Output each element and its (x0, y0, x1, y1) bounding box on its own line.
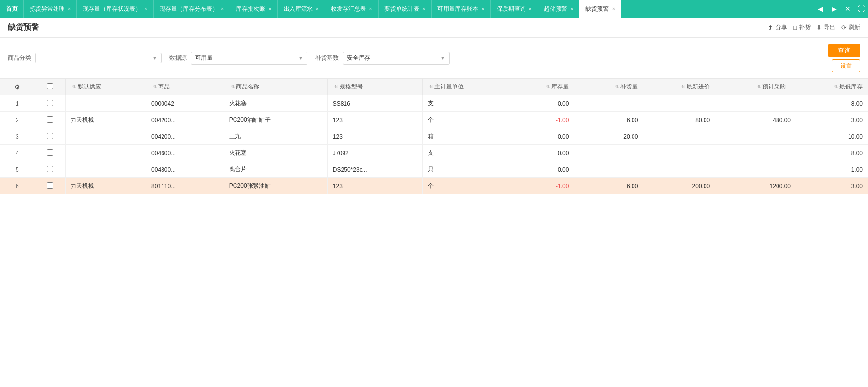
sort-minstock-icon: ⇅ (834, 84, 838, 89)
tab-picking[interactable]: 拣货异常处理 × (24, 0, 77, 18)
table-container: ⚙ ⇅ 默认供应... ⇅ 商品... ⇅ 商品名称 (0, 79, 868, 194)
row-checkbox-cell[interactable] (35, 128, 66, 145)
datasource-select[interactable]: 可用量 ▼ (191, 52, 307, 65)
row-checkbox[interactable] (47, 149, 53, 156)
table-row[interactable]: 4 004600... 火花塞 J7092 支 0.00 8.00 (0, 145, 868, 161)
tab-flow[interactable]: 出入库流水 × (278, 0, 325, 18)
tab-order-close[interactable]: × (422, 6, 425, 12)
replenish-base-select[interactable]: 安全库存 ▼ (343, 52, 450, 65)
tab-stock2-close[interactable]: × (221, 6, 224, 12)
export-label: 导出 (824, 23, 835, 32)
data-table: ⚙ ⇅ 默认供应... ⇅ 商品... ⇅ 商品名称 (0, 79, 868, 194)
row-checkbox[interactable] (47, 133, 53, 139)
tab-home[interactable]: 首页 (0, 0, 24, 18)
row-stock: 0.00 (505, 161, 574, 178)
table-row[interactable]: 2 力天机械 004200... PC200油缸缸子 123 个 -1.00 6… (0, 112, 868, 128)
tab-picking-close[interactable]: × (68, 6, 71, 12)
category-filter-group: 商品分类 ▼ (8, 53, 162, 63)
row-code: 004800... (146, 161, 224, 178)
row-name: 火花塞 (224, 145, 327, 161)
row-checkbox[interactable] (47, 166, 53, 172)
header-actions: ⮭ 分享 □ 补货 ⇓ 导出 ⟳ 刷新 (767, 23, 860, 32)
tab-fullscreen-button[interactable]: ⛶ (854, 0, 868, 18)
tab-overstock-close[interactable]: × (570, 6, 573, 12)
tab-available[interactable]: 可用量库存账本 × (432, 0, 490, 18)
tab-shortage-label: 缺货预警 (585, 5, 609, 13)
row-num: 6 (0, 178, 35, 194)
spec-col-label: 规格型号 (340, 83, 363, 90)
tab-stock1-close[interactable]: × (144, 6, 147, 12)
tab-shortage-close[interactable]: × (612, 6, 615, 12)
sort-spec-icon: ⇅ (334, 84, 338, 89)
replenish-button[interactable]: □ 补货 (793, 23, 811, 32)
tab-expiry-close[interactable]: × (529, 6, 532, 12)
tab-overstock-label: 超储预警 (544, 5, 567, 13)
minstock-col-label: 最低库存 (839, 83, 863, 90)
row-checkbox-cell[interactable] (35, 178, 66, 194)
tab-summary[interactable]: 收发存汇总表 × (325, 0, 378, 18)
row-num: 3 (0, 128, 35, 145)
row-replenish (574, 95, 643, 112)
tab-prev-button[interactable]: ◀ (814, 0, 827, 18)
table-row[interactable]: 1 0000042 火花塞 SS816 支 0.00 8.00 (0, 95, 868, 112)
row-unit: 个 (423, 178, 505, 194)
tab-order-label: 要货单统计表 (384, 5, 419, 13)
tab-close-all-button[interactable]: ✕ (841, 0, 854, 18)
query-button[interactable]: 查询 (828, 44, 860, 57)
filter-bar: 商品分类 ▼ 数据源 可用量 ▼ 补货基数 安全库存 ▼ 查询 设置 (0, 38, 868, 79)
row-supplier: 力天机械 (66, 178, 146, 194)
row-checkbox-cell[interactable] (35, 145, 66, 161)
row-checkbox-cell[interactable] (35, 112, 66, 128)
settings-button[interactable]: 设置 (832, 59, 860, 72)
category-select[interactable]: ▼ (35, 53, 162, 63)
replenish-col-label: 补货量 (620, 83, 638, 90)
row-purchase: 1200.00 (715, 178, 796, 194)
row-minstock: 3.00 (796, 112, 868, 128)
col-select-all[interactable] (35, 79, 66, 95)
tab-order[interactable]: 要货单统计表 × (379, 0, 432, 18)
row-price: 200.00 (643, 178, 715, 194)
select-all-checkbox[interactable] (47, 83, 53, 89)
row-checkbox[interactable] (47, 116, 53, 123)
tab-summary-close[interactable]: × (369, 6, 372, 12)
tab-batch[interactable]: 库存批次账 × (230, 0, 277, 18)
row-checkbox[interactable] (47, 100, 53, 106)
tab-expiry[interactable]: 保质期查询 × (491, 0, 538, 18)
table-row[interactable]: 5 004800... 离合片 DS250*23c... 只 0.00 1.00 (0, 161, 868, 178)
row-purchase (715, 128, 796, 145)
refresh-button[interactable]: ⟳ 刷新 (841, 23, 860, 32)
row-name: 离合片 (224, 161, 327, 178)
category-select-arrow: ▼ (152, 55, 157, 61)
tab-summary-label: 收发存汇总表 (331, 5, 366, 13)
table-header-row: ⚙ ⇅ 默认供应... ⇅ 商品... ⇅ 商品名称 (0, 79, 868, 95)
row-checkbox-cell[interactable] (35, 95, 66, 112)
tab-available-close[interactable]: × (481, 6, 484, 12)
sort-price-icon: ⇅ (681, 84, 685, 89)
table-row[interactable]: 6 力天机械 801110... PC200张紧油缸 123 个 -1.00 6… (0, 178, 868, 194)
tab-stock1[interactable]: 现存量（库存状况表） × (77, 0, 153, 18)
row-minstock: 3.00 (796, 178, 868, 194)
row-minstock: 1.00 (796, 161, 868, 178)
row-checkbox[interactable] (47, 182, 53, 189)
col-settings[interactable]: ⚙ (0, 79, 35, 95)
col-header-name: ⇅ 商品名称 (224, 79, 327, 95)
tab-batch-close[interactable]: × (268, 6, 271, 12)
tab-flow-close[interactable]: × (316, 6, 319, 12)
tab-next-button[interactable]: ▶ (827, 0, 841, 18)
row-spec: DS250*23c... (327, 161, 422, 178)
row-stock: 0.00 (505, 145, 574, 161)
col-header-stock: ⇅ 库存量 (505, 79, 574, 95)
replenish-label: 补货 (799, 23, 811, 32)
tab-overstock[interactable]: 超储预警 × (538, 0, 579, 18)
tab-stock2[interactable]: 现存量（库存分布表） × (154, 0, 230, 18)
table-row[interactable]: 3 004200... 三九 123 箱 0.00 20.00 10.00 (0, 128, 868, 145)
tab-shortage[interactable]: 缺货预警 × (579, 0, 621, 18)
row-spec: SS816 (327, 95, 422, 112)
row-checkbox-cell[interactable] (35, 161, 66, 178)
export-button[interactable]: ⇓ 导出 (816, 23, 835, 32)
row-name: 火花塞 (224, 95, 327, 112)
purchase-col-label: 预计采购... (762, 83, 791, 90)
row-replenish (574, 145, 643, 161)
share-button[interactable]: ⮭ 分享 (767, 23, 787, 32)
price-col-label: 最新进价 (687, 83, 710, 90)
